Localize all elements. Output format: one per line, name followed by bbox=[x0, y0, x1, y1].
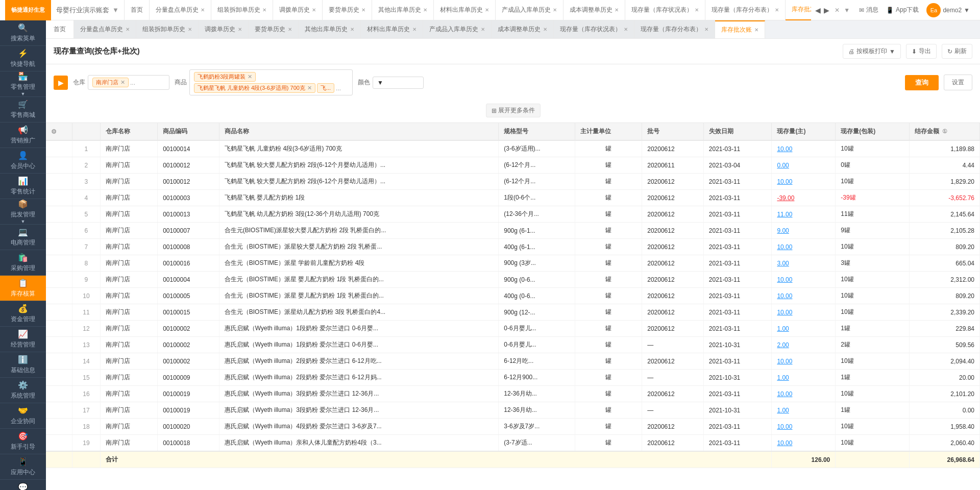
sidebar-item-应用中心[interactable]: 📱 应用中心 bbox=[0, 454, 46, 480]
nav-tab[interactable]: 要货单历史✕ bbox=[323, 0, 372, 20]
message-btn[interactable]: ✉ 消息 bbox=[859, 6, 878, 14]
refresh-button[interactable]: ↻ 刷新 bbox=[942, 44, 972, 59]
sidebar-item-快捷导航[interactable]: ⚡ 快捷导航 bbox=[0, 46, 46, 71]
app-download-btn[interactable]: 📱 App下载 bbox=[886, 6, 919, 14]
sidebar-item-会员中心[interactable]: 👤 会员中心 bbox=[0, 148, 46, 174]
nav-tab[interactable]: 其他出库单历史✕ bbox=[372, 0, 434, 20]
sidebar-item-搜索英单[interactable]: 🔍 搜索英单 bbox=[0, 20, 46, 46]
sidebar-item-新手引导[interactable]: 🎯 新手引导 bbox=[0, 429, 46, 454]
sidebar-item-系统管理[interactable]: ⚙️ 系统管理 bbox=[0, 378, 46, 403]
nav-tab[interactable]: 组装拆卸单历史✕ bbox=[211, 0, 273, 20]
secondary-tab[interactable]: 要货单历史✕ bbox=[249, 20, 299, 39]
sidebar-item-企业微信[interactable]: 💬 企业微信 bbox=[0, 480, 46, 490]
tab-close-icon[interactable]: ✕ bbox=[423, 7, 427, 13]
sec-tab-close[interactable]: ✕ bbox=[412, 27, 416, 32]
secondary-tab[interactable]: 库存批次账✕ bbox=[715, 20, 765, 39]
tab-close-icon[interactable]: ✕ bbox=[615, 7, 619, 13]
secondary-tab[interactable]: 首页 bbox=[46, 20, 74, 39]
secondary-tab[interactable]: 组装拆卸单历史✕ bbox=[136, 20, 199, 39]
nav-tab[interactable]: 首页 bbox=[125, 0, 150, 20]
sec-tab-close[interactable]: ✕ bbox=[543, 27, 547, 32]
sidebar-label: 库存核算 bbox=[11, 289, 35, 298]
product-tag-1-close[interactable]: ✕ bbox=[248, 74, 252, 80]
sidebar-label: 零售统计 bbox=[11, 187, 35, 196]
warehouse-input[interactable]: 南岸门店 ✕ ... bbox=[88, 75, 169, 90]
tab-close-icon[interactable]: ✕ bbox=[695, 7, 699, 13]
color-label: 颜色 bbox=[358, 78, 370, 87]
warehouse-tag-close[interactable]: ✕ bbox=[120, 79, 125, 86]
tab-menu[interactable]: ▼ bbox=[842, 7, 851, 14]
color-input[interactable]: ▼ bbox=[373, 77, 424, 89]
table-container[interactable]: ⚙ 仓库名称 商品编码 商品名称 规格型号 主计量单位 批号 失效日期 现存量(… bbox=[46, 123, 980, 490]
sec-tab-close[interactable]: ✕ bbox=[350, 27, 354, 32]
expand-conditions-btn[interactable]: ⊞ 展开更多条件 bbox=[486, 104, 541, 117]
sidebar-arrow: ▼ bbox=[21, 91, 26, 96]
nav-tab[interactable]: 产成品入库单历史✕ bbox=[496, 0, 564, 20]
nav-tab[interactable]: 分量盘点单历史✕ bbox=[150, 0, 211, 20]
product-input[interactable]: 飞鹤奶粉3段两罐装 ✕ 飞鹤星飞帆 儿童奶粉 4段(3-6岁适用) 700克 ✕… bbox=[189, 69, 353, 95]
sec-tab-close[interactable]: ✕ bbox=[288, 27, 292, 32]
sidebar-item-采购管理[interactable]: 🛍️ 采购管理 bbox=[0, 250, 46, 276]
sidebar-item-基础信息[interactable]: ℹ️ 基础信息 bbox=[0, 352, 46, 378]
industry-selector[interactable]: 母婴行业演示账套 ▼ bbox=[51, 0, 125, 20]
filter-toggle-btn[interactable]: ▶ bbox=[54, 76, 68, 90]
tab-scroll-arrows[interactable]: ◀ ▶ ✕ ▼ bbox=[811, 6, 854, 14]
tab-close-icon[interactable]: ✕ bbox=[312, 7, 316, 13]
print-button[interactable]: 🖨 按模板打印 ▼ bbox=[843, 44, 901, 59]
tab-close-icon[interactable]: ✕ bbox=[262, 7, 266, 13]
tab-close-icon[interactable]: ✕ bbox=[201, 7, 205, 13]
tab-close-icon[interactable]: ✕ bbox=[485, 7, 489, 13]
sec-tab-close[interactable]: ✕ bbox=[238, 27, 242, 32]
nav-tab[interactable]: 库存批次账✕ bbox=[786, 0, 811, 20]
content-area: 首页分量盘点单历史✕组装拆卸单历史✕调拨单历史✕要货单历史✕其他出库单历史✕材料… bbox=[46, 20, 980, 490]
sidebar-item-电商管理[interactable]: 💻 电商管理 bbox=[0, 225, 46, 250]
sidebar-item-零售统计[interactable]: 📊 零售统计 bbox=[0, 174, 46, 199]
col-settings[interactable]: ⚙ bbox=[46, 123, 72, 140]
tab-close-icon[interactable]: ✕ bbox=[553, 7, 557, 13]
tab-close-all[interactable]: ✕ bbox=[833, 7, 841, 14]
filter-area: ▶ 仓库 南岸门店 ✕ ... 商品 飞鹤奶粉3段两罐 bbox=[46, 64, 980, 123]
sidebar-item-批发管理[interactable]: 📦 批发管理 ▼ bbox=[0, 199, 46, 225]
sec-tab-close[interactable]: ✕ bbox=[754, 27, 758, 33]
export-button[interactable]: ⬇ 导出 bbox=[906, 44, 937, 59]
sec-tab-close[interactable]: ✕ bbox=[481, 27, 485, 32]
sec-tab-close[interactable]: ✕ bbox=[188, 27, 192, 32]
nav-tab[interactable]: 现存量（库存状况表）✕ bbox=[625, 0, 705, 20]
sec-tab-close[interactable]: ✕ bbox=[704, 27, 708, 32]
sidebar-item-库存核算[interactable]: 📋 库存核算 bbox=[0, 276, 46, 301]
product-ellipsis: ... bbox=[336, 85, 341, 92]
table-row: 5 南岸门店 00100013 飞鹤星飞帆 幼儿配方奶粉 3段(12-36个月幼… bbox=[46, 206, 980, 223]
secondary-tab[interactable]: 成本调整单历史✕ bbox=[492, 20, 554, 39]
tab-close-icon[interactable]: ✕ bbox=[775, 7, 779, 13]
user-avatar-area[interactable]: Ea demo2 ▼ bbox=[926, 3, 970, 17]
avatar: Ea bbox=[926, 3, 941, 17]
secondary-tab[interactable]: 现存量（库存分布表）✕ bbox=[634, 20, 715, 39]
settings-button[interactable]: 设置 bbox=[944, 75, 972, 90]
sec-tab-close[interactable]: ✕ bbox=[126, 27, 130, 32]
sidebar-icon: 👤 bbox=[18, 151, 28, 160]
sidebar-item-资金管理[interactable]: 💰 资金管理 bbox=[0, 301, 46, 327]
product-tag-2-close[interactable]: ✕ bbox=[307, 85, 312, 91]
secondary-tab[interactable]: 材料出库单历史✕ bbox=[361, 20, 423, 39]
sidebar-item-零售商城[interactable]: 🛒 零售商城 bbox=[0, 97, 46, 122]
sidebar-item-经营管理[interactable]: 📈 经营管理 bbox=[0, 327, 46, 352]
nav-tab[interactable]: 成本调整单历史✕ bbox=[564, 0, 625, 20]
sidebar-item-企业协同[interactable]: 🤝 企业协同 bbox=[0, 403, 46, 429]
table-row: 11 南岸门店 00100015 合生元（BIOSTIME）派星幼儿配方奶粉 3… bbox=[46, 304, 980, 321]
nav-tab[interactable]: 材料出库单历史✕ bbox=[434, 0, 496, 20]
sec-tab-close[interactable]: ✕ bbox=[624, 27, 628, 32]
nav-tab[interactable]: 现存量（库存分布表）✕ bbox=[705, 0, 786, 20]
query-button[interactable]: 查询 bbox=[905, 75, 939, 90]
secondary-tab[interactable]: 现存量（库存状况表）✕ bbox=[554, 20, 634, 39]
sidebar-item-零售管理[interactable]: 🏪 零售管理 ▼ bbox=[0, 71, 46, 97]
tab-left-arrow[interactable]: ◀ bbox=[814, 6, 822, 14]
secondary-tab[interactable]: 调拨单历史✕ bbox=[199, 20, 249, 39]
nav-tab[interactable]: 调拨单历史✕ bbox=[273, 0, 323, 20]
secondary-tab[interactable]: 产成品入库单历史✕ bbox=[423, 20, 492, 39]
tab-close-icon[interactable]: ✕ bbox=[361, 7, 365, 13]
secondary-tab[interactable]: 分量盘点单历史✕ bbox=[74, 20, 136, 39]
secondary-tab[interactable]: 其他出库单历史✕ bbox=[299, 20, 361, 39]
tab-right-arrow[interactable]: ▶ bbox=[822, 6, 831, 14]
download-icon: 📱 bbox=[886, 7, 894, 14]
sidebar-item-营销推广[interactable]: 📢 营销推广 bbox=[0, 122, 46, 148]
